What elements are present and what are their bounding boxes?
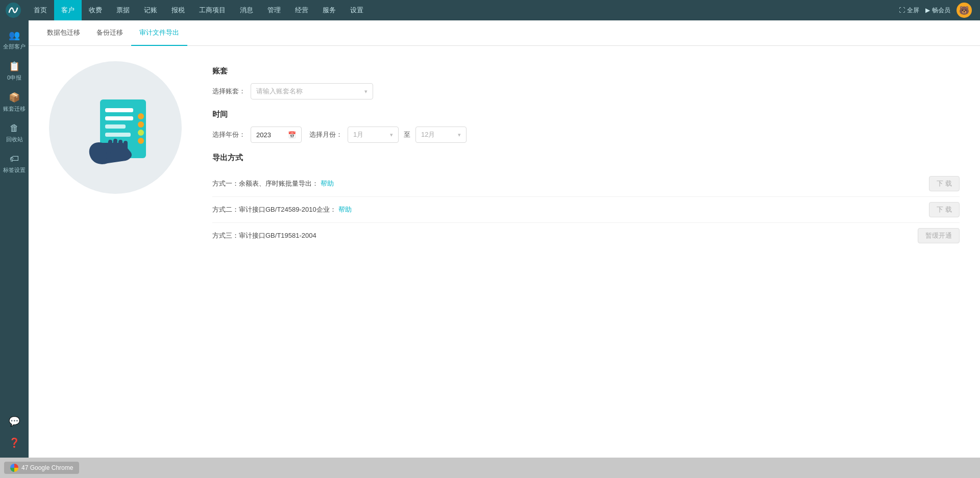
sidebar-item-recycle[interactable]: 🗑 回收站 xyxy=(0,118,29,148)
time-row: 选择年份： 2023 📅 选择月份： 1月 ▾ 至 12月 ▾ xyxy=(212,127,960,143)
month-from-value: 1月 xyxy=(353,130,363,139)
all-customers-icon: 👥 xyxy=(9,30,20,41)
select-account-label: 选择账套： xyxy=(212,87,246,96)
export-method-section: 导出方式 方式一：余额表、序时账批量导出：帮助 下 载 方式二：审计接口GB/T… xyxy=(212,153,960,248)
method-2-label: 方式二：审计接口GB/T24589-2010企业：帮助 xyxy=(212,205,352,214)
account-section-title: 账套 xyxy=(212,66,960,76)
tabs-bar: 数据包迁移 备份迁移 审计文件导出 xyxy=(29,20,980,46)
sidebar-item-label: 回收站 xyxy=(6,136,23,143)
vip-icon: ▶ xyxy=(925,7,930,14)
nav-operation[interactable]: 经营 xyxy=(288,0,315,20)
nav-invoice[interactable]: 票据 xyxy=(109,0,137,20)
method-3-label: 方式三：审计接口GB/T19581-2004 xyxy=(212,231,316,240)
sidebar-item-help[interactable]: ❓ xyxy=(0,432,29,454)
year-value: 2023 xyxy=(256,131,271,139)
taskbar-chrome-btn[interactable]: 47 Google Chrome xyxy=(4,462,79,474)
sidebar-bottom: 💬 ❓ xyxy=(0,411,29,458)
calendar-icon: 📅 xyxy=(288,131,296,139)
tab-backup-migrate[interactable]: 备份迁移 xyxy=(88,20,131,46)
year-label: 选择年份： xyxy=(212,130,246,139)
top-navigation: 首页 客户 收费 票据 记账 报税 工商项目 消息 管理 经营 服务 设置 ⛶ … xyxy=(0,0,980,20)
nav-bookkeeping[interactable]: 记账 xyxy=(137,0,164,20)
chevron-down-icon: ▾ xyxy=(364,88,368,95)
nav-business[interactable]: 工商项目 xyxy=(192,0,233,20)
svg-rect-5 xyxy=(105,133,131,137)
tab-audit-export[interactable]: 审计文件导出 xyxy=(131,20,187,46)
recycle-icon: 🗑 xyxy=(10,123,19,134)
svg-point-7 xyxy=(138,121,144,128)
chevron-down-icon: ▾ xyxy=(390,132,393,138)
time-section-title: 时间 xyxy=(212,110,960,119)
tab-data-migrate[interactable]: 数据包迁移 xyxy=(39,20,88,46)
method-2-download-btn[interactable]: 下 载 xyxy=(929,202,960,217)
illustration-area xyxy=(49,61,182,194)
sidebar-item-all-customers[interactable]: 👥 全部客户 xyxy=(0,24,29,56)
method-1-download-btn[interactable]: 下 载 xyxy=(929,176,960,191)
month-to-value: 12月 xyxy=(421,130,435,139)
export-section-title: 导出方式 xyxy=(212,153,960,163)
zero-declare-icon: 📋 xyxy=(9,61,20,72)
nav-settings[interactable]: 设置 xyxy=(343,0,371,20)
chrome-icon xyxy=(10,464,18,472)
chat-icon: 💬 xyxy=(9,416,20,427)
fullscreen-icon: ⛶ xyxy=(899,7,905,14)
top-nav-right: ⛶ 全屏 ▶ 畅会员 🐻 xyxy=(899,3,980,18)
method-3-open-btn[interactable]: 暂缓开通 xyxy=(918,228,960,243)
sidebar-item-chat[interactable]: 💬 xyxy=(0,411,29,432)
label-settings-icon: 🏷 xyxy=(10,154,19,164)
vip-btn[interactable]: ▶ 畅会员 xyxy=(925,6,950,15)
account-migrate-icon: 📦 xyxy=(9,92,20,103)
page-content: 账套 选择账套： 请输入账套名称 ▾ 时间 选择年份： 2023 � xyxy=(29,46,980,458)
content-area: 数据包迁移 备份迁移 审计文件导出 xyxy=(29,20,980,458)
month-label: 选择月份： xyxy=(307,130,342,139)
nav-items: 首页 客户 收费 票据 记账 报税 工商项目 消息 管理 经营 服务 设置 xyxy=(27,0,899,20)
export-method-row-1: 方式一：余额表、序时账批量导出：帮助 下 载 xyxy=(212,171,960,197)
nav-customer[interactable]: 客户 xyxy=(54,0,82,20)
help-icon: ❓ xyxy=(9,437,20,448)
fullscreen-btn[interactable]: ⛶ 全屏 xyxy=(899,6,919,15)
app-logo xyxy=(4,1,22,19)
illustration-circle xyxy=(49,61,182,194)
sidebar-item-label: 账套迁移 xyxy=(3,105,26,113)
method-2-help-link[interactable]: 帮助 xyxy=(338,206,352,213)
export-method-row-3: 方式三：审计接口GB/T19581-2004 暂缓开通 xyxy=(212,223,960,248)
svg-point-6 xyxy=(138,113,144,119)
svg-rect-3 xyxy=(105,116,133,120)
svg-point-8 xyxy=(138,130,144,136)
nav-billing[interactable]: 收费 xyxy=(82,0,109,20)
year-input[interactable]: 2023 📅 xyxy=(251,127,302,143)
taskbar: 47 Google Chrome xyxy=(0,458,980,478)
sidebar-item-zero-declare[interactable]: 📋 0申报 xyxy=(0,56,29,87)
sidebar-item-label: 全部客户 xyxy=(3,43,26,51)
export-method-row-2: 方式二：审计接口GB/T24589-2010企业：帮助 下 载 xyxy=(212,197,960,223)
nav-tax[interactable]: 报税 xyxy=(164,0,192,20)
nav-service[interactable]: 服务 xyxy=(315,0,343,20)
method-1-label: 方式一：余额表、序时账批量导出：帮助 xyxy=(212,179,334,188)
nav-message[interactable]: 消息 xyxy=(233,0,260,20)
nav-home[interactable]: 首页 xyxy=(27,0,54,20)
account-select-placeholder: 请输入账套名称 xyxy=(256,87,303,96)
main-layout: 👥 全部客户 📋 0申报 📦 账套迁移 🗑 回收站 🏷 标签设置 💬 ❓ xyxy=(0,20,980,458)
form-area: 账套 选择账套： 请输入账套名称 ▾ 时间 选择年份： 2023 � xyxy=(212,61,960,248)
user-avatar[interactable]: 🐻 xyxy=(957,3,972,18)
sidebar-item-label: 标签设置 xyxy=(3,166,26,174)
sidebar: 👥 全部客户 📋 0申报 📦 账套迁移 🗑 回收站 🏷 标签设置 💬 ❓ xyxy=(0,20,29,458)
account-row: 选择账套： 请输入账套名称 ▾ xyxy=(212,83,960,99)
nav-manage[interactable]: 管理 xyxy=(260,0,288,20)
sidebar-item-label-settings[interactable]: 🏷 标签设置 xyxy=(0,148,29,179)
sidebar-item-account-migrate[interactable]: 📦 账套迁移 xyxy=(0,87,29,118)
svg-rect-4 xyxy=(105,124,126,129)
month-to-select[interactable]: 12月 ▾ xyxy=(415,127,467,143)
to-text: 至 xyxy=(404,130,410,139)
taskbar-chrome-label: 47 Google Chrome xyxy=(21,464,73,471)
sidebar-item-label: 0申报 xyxy=(7,74,21,82)
svg-point-9 xyxy=(138,138,144,144)
month-from-select[interactable]: 1月 ▾ xyxy=(348,127,399,143)
svg-rect-2 xyxy=(105,108,133,112)
chevron-down-icon: ▾ xyxy=(458,132,461,138)
account-select[interactable]: 请输入账套名称 ▾ xyxy=(251,83,373,99)
method-1-help-link[interactable]: 帮助 xyxy=(321,180,334,187)
